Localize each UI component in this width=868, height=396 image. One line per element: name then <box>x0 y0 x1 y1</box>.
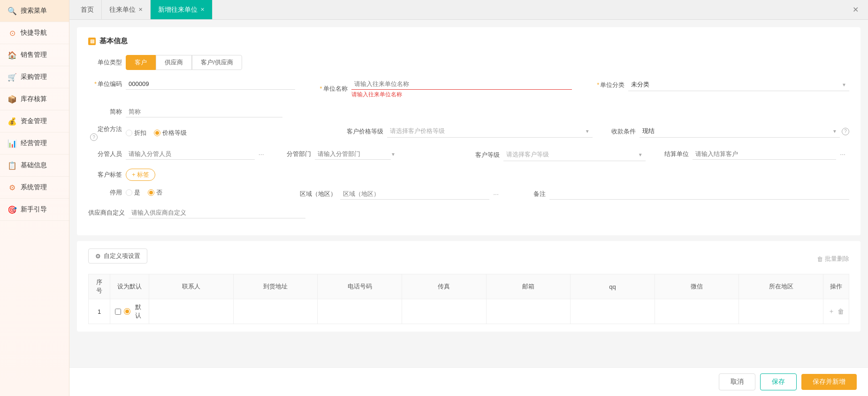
cell-qq[interactable] <box>571 299 655 324</box>
yes-radio[interactable] <box>126 189 132 196</box>
department-input[interactable] <box>315 148 391 160</box>
cancel-button[interactable]: 取消 <box>719 373 755 390</box>
department-select-btn[interactable]: ▼ <box>391 152 457 157</box>
default-radio[interactable] <box>124 308 130 315</box>
sidebar: 🔍 搜索菜单 ⊙ 快捷导航 🏠 销售管理 🛒 采购管理 📦 库存核算 💰 资金管… <box>0 0 69 396</box>
sidebar-item-inventory[interactable]: 📦 库存核算 <box>0 88 69 110</box>
form-row-pricing: 定价方法 ? 折扣 价格等级 <box>88 125 849 141</box>
customer-level-select[interactable]: 请选择客户等级 ▼ <box>503 148 646 161</box>
manager-more-btn[interactable]: ··· <box>255 148 268 160</box>
close-all-tabs[interactable]: ✕ <box>847 5 864 14</box>
fax-input[interactable] <box>407 308 481 315</box>
unit-code-input[interactable] <box>126 78 295 90</box>
add-row-button[interactable]: ＋ <box>828 307 835 316</box>
discount-radio[interactable] <box>126 130 132 136</box>
customer-price-level-field: 客户价格等级 请选择客户价格等级 ▼ <box>345 125 592 138</box>
table-section: ⚙ 自定义项设置 🗑 批量删除 序号 设为默认 联系人 到货地址 电话号码 <box>77 241 860 332</box>
unit-category-select[interactable]: 未分类 ▼ <box>628 78 849 91</box>
form-row-tags: 客户标签 + 标签 <box>88 169 849 181</box>
unit-code-field: *单位编码 <box>88 78 295 90</box>
form-row-manager: 分管人员 ··· 分管部门 ▼ 客户等级 请选择客户等级 <box>88 148 849 161</box>
cell-email[interactable] <box>486 299 571 324</box>
settlement-unit-input[interactable] <box>693 148 837 160</box>
system-icon: ⚙ <box>8 183 17 192</box>
pricing-help-icon[interactable]: ? <box>90 133 98 141</box>
cell-wechat[interactable] <box>655 299 739 324</box>
no-radio-dot <box>149 191 153 194</box>
sidebar-item-purchase[interactable]: 🛒 采购管理 <box>0 66 69 88</box>
remarks-input[interactable] <box>549 188 849 200</box>
tab-home[interactable]: 首页 <box>73 0 102 19</box>
supplier-custom-input[interactable] <box>129 207 305 218</box>
sidebar-item-guide[interactable]: 🎯 新手引导 <box>0 199 69 221</box>
finance-icon: 💰 <box>8 116 17 126</box>
close-partners-tab[interactable]: ✕ <box>138 7 143 13</box>
sidebar-item-system[interactable]: ⚙ 系统管理 <box>0 177 69 199</box>
col-delivery: 到货地址 <box>233 274 318 299</box>
cell-region[interactable] <box>739 299 823 324</box>
payment-terms-field: 收款条件 现结 ▼ ? <box>602 125 849 138</box>
sidebar-item-sales[interactable]: 🏠 销售管理 <box>0 44 69 66</box>
chevron-down-icon: ▼ <box>391 152 396 157</box>
close-new-partner-tab[interactable]: ✕ <box>200 7 205 13</box>
form-row-supplier-custom: 供应商自定义 <box>88 207 849 218</box>
region-more-btn[interactable]: ··· <box>489 188 503 200</box>
payment-terms-select[interactable]: 现结 ▼ <box>640 125 840 138</box>
sidebar-item-finance[interactable]: 💰 资金管理 <box>0 110 69 132</box>
pricing-method-field: 定价方法 ? 折扣 价格等级 <box>88 125 335 141</box>
unit-type-both[interactable]: 客户/供应商 <box>192 55 242 70</box>
cell-contact[interactable] <box>149 299 234 324</box>
delete-row-button[interactable]: 🗑 <box>838 308 844 315</box>
cell-fax[interactable] <box>402 299 486 324</box>
customer-price-level-select[interactable]: 请选择客户价格等级 ▼ <box>387 125 592 138</box>
sidebar-item-operations[interactable]: 📊 经营管理 <box>0 132 69 155</box>
price-level-radio[interactable] <box>154 130 160 136</box>
chevron-down-icon: ▼ <box>638 152 643 157</box>
short-name-input[interactable] <box>126 106 282 117</box>
sidebar-item-quick-nav[interactable]: ⊙ 快捷导航 <box>0 22 69 44</box>
chevron-down-icon: ▼ <box>842 82 846 87</box>
phone-input[interactable] <box>322 308 397 315</box>
batch-delete-button[interactable]: 🗑 批量删除 <box>817 255 849 263</box>
row-checkbox[interactable] <box>115 309 121 315</box>
unit-name-input[interactable] <box>351 78 572 90</box>
cell-phone[interactable] <box>318 299 402 324</box>
pricing-price-level[interactable]: 价格等级 <box>154 129 187 137</box>
section-icon: ▤ <box>88 38 96 45</box>
tab-new-partner[interactable]: 新增往来单位 ✕ <box>151 0 213 19</box>
settlement-more-btn[interactable]: ··· <box>836 148 849 160</box>
save-button[interactable]: 保存 <box>760 373 797 390</box>
form-row-disabled: 停用 是 否 <box>88 188 849 200</box>
sidebar-item-search[interactable]: 🔍 搜索菜单 <box>0 0 69 22</box>
pricing-discount[interactable]: 折扣 <box>126 129 146 137</box>
disabled-no[interactable]: 否 <box>148 188 162 197</box>
disabled-radio-group: 是 否 <box>126 188 162 197</box>
custom-settings-button[interactable]: ⚙ 自定义项设置 <box>88 248 147 264</box>
home-icon: ⊙ <box>8 28 17 38</box>
region-input[interactable] <box>340 188 489 200</box>
sidebar-item-basic-info[interactable]: 📋 基础信息 <box>0 155 69 177</box>
delivery-input[interactable] <box>238 308 313 315</box>
unit-name-error: 请输入往来单位名称 <box>351 91 572 99</box>
chevron-down-icon: ▼ <box>832 129 837 134</box>
qq-input[interactable] <box>575 308 650 315</box>
search-icon: 🔍 <box>8 6 17 16</box>
unit-type-supplier[interactable]: 供应商 <box>156 55 192 70</box>
default-radio-item[interactable]: 默认 <box>124 303 144 320</box>
email-input[interactable] <box>491 308 566 315</box>
disabled-yes[interactable]: 是 <box>126 188 140 197</box>
payment-help-icon[interactable]: ? <box>842 128 849 135</box>
unit-type-customer[interactable]: 客户 <box>126 55 156 70</box>
cell-delivery[interactable] <box>233 299 318 324</box>
tab-partners[interactable]: 往来单位 ✕ <box>102 0 151 19</box>
no-radio[interactable] <box>148 189 154 196</box>
table-header-row: 序号 设为默认 联系人 到货地址 电话号码 传真 邮箱 qq 微信 所在地区 操… <box>89 274 849 299</box>
save-add-button[interactable]: 保存并新增 <box>801 374 857 390</box>
manager-input[interactable] <box>126 148 255 160</box>
add-tag-button[interactable]: + 标签 <box>126 169 155 181</box>
cell-seq: 1 <box>89 299 110 324</box>
wechat-input[interactable] <box>660 308 734 315</box>
contact-input[interactable] <box>154 308 228 315</box>
supplier-custom-field: 供应商自定义 <box>88 207 305 218</box>
region-table-input[interactable] <box>744 308 818 315</box>
